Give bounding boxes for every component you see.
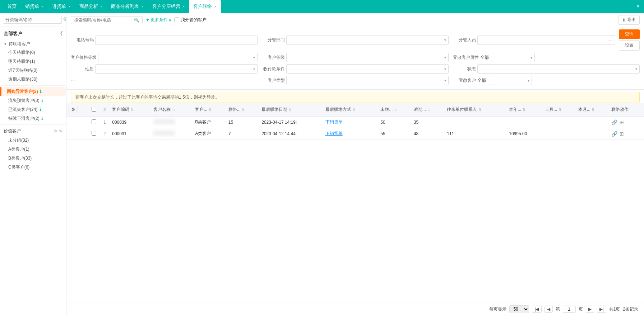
sidebar-collapse-icon[interactable]: 《 [58,30,62,37]
nav-tab-product-list[interactable]: 商品分析列表 × [107,0,148,13]
dept-select[interactable]: ▾ [286,36,449,45]
col-last-date[interactable]: 最后联络日期 ⇅ [259,103,323,117]
sidebar-item-c-class[interactable]: C类客户(6) [0,163,66,172]
nav-tab-customer-contact-close[interactable]: × [214,4,216,9]
total-records-label: 2条记录 [623,306,638,312]
col-overdue[interactable]: 逾期... ⇅ [412,103,445,117]
row1-checkbox[interactable] [88,117,99,128]
row1-grid-icon[interactable]: ⊞ [620,119,624,125]
price-level-select[interactable]: ▾ [98,53,258,62]
select-all-checkbox[interactable] [92,107,96,112]
chevron-down-icon: ∨ [168,18,172,23]
nav-tab-customer-tier-close[interactable]: × [182,4,185,9]
close-all-tabs[interactable]: × [636,3,640,10]
sidebar-item-today[interactable]: 今天待联络(0) [0,48,66,57]
more-conditions-btn[interactable]: ▼ 更多条件 ∨ [145,17,172,23]
row1-last-month [543,117,576,128]
nav-tab-purchase[interactable]: 进货单 × [48,0,75,13]
status-select[interactable]: ▾ [477,64,640,74]
cust-type-select[interactable]: ▾ [286,76,449,85]
first-page-btn[interactable]: |◀ [532,306,541,313]
row2-check[interactable] [92,131,96,136]
nav-tab-sales[interactable]: 销货单 × [21,0,48,13]
page-input[interactable] [563,306,576,313]
sidebar-item-churn-warning[interactable]: 流失预警客户(3) ℹ [0,96,66,105]
page-label: 第 [556,306,560,312]
nav-tab-home[interactable]: 首页 [3,0,21,13]
cust-level-select[interactable]: ▾ [286,53,449,62]
row1-code[interactable]: 000039 [110,117,151,128]
sidebar-item-overdue[interactable]: 逾期未联络(30) [0,75,66,84]
sidebar-item-a-class[interactable]: A类客户(1) [0,145,66,154]
prev-page-btn[interactable]: ◀ [545,306,553,313]
gear-button[interactable]: ⚙ [69,106,78,113]
sidebar-item-repurchase-abnormal[interactable]: 回购异常客户(2) ℹ [0,87,66,96]
sidebar-item-declining[interactable]: 持续下滑客户(2) ℹ [0,114,66,123]
manager-select[interactable]: ··· [477,36,615,45]
row2-method-link[interactable]: 下销货单 [325,131,343,136]
row1-contact-count: 15 [226,117,259,128]
row1-method-link[interactable]: 下销货单 [325,119,343,124]
main-search-input[interactable] [74,18,133,23]
col-last-method[interactable]: 最后联络方式 ⇅ [323,103,379,117]
sort-tmonth-icon: ⇅ [592,108,594,112]
sidebar-search-icon[interactable]: 🔍 [63,17,66,22]
row2-action-icons: 🔗 ⊞ [611,131,642,137]
sidebar-item-b-class[interactable]: B类客户(33) [0,154,66,163]
col-name[interactable]: 客户名称 ⇅ [151,103,193,117]
sidebar-item-tomorrow[interactable]: 明天待联络(1) [0,57,66,66]
sidebar-divider-2 [0,124,66,125]
col-cust-type[interactable]: 客户... ⇅ [193,103,226,117]
nav-tab-customer-tier[interactable]: 客户分层经营 × [148,0,189,13]
sidebar-value-group-header[interactable]: 价值客户 ↻ ✎ [0,126,66,136]
main-search-icon[interactable]: 🔍 [134,18,139,23]
row1-check[interactable] [92,119,96,124]
col-this-year[interactable]: 本年... ⇅ [507,103,543,117]
sidebar-search-input[interactable] [3,16,62,24]
query-button[interactable]: 查询 [619,29,640,39]
col-contact-count[interactable]: 联络... ⇅ [226,103,259,117]
nav-tab-product-analysis-close[interactable]: × [100,4,102,9]
sidebar-item-7days[interactable]: 近7天待联络(0) [0,66,66,75]
row1-link-icon[interactable]: 🔗 [611,119,617,125]
row2-grid-icon[interactable]: ⊞ [620,131,624,137]
col-contact-person[interactable]: 往来单位联系人 ⇅ [445,103,507,117]
sidebar-group-pending[interactable]: ▼ 待联络客户 [0,39,66,48]
nav-tab-product-analysis[interactable]: 商品分析 × [75,0,107,13]
nature-select[interactable]: ▾ [95,64,258,74]
sort-date-icon: ⇅ [289,108,292,112]
sidebar-item-ungroup[interactable]: 未分组(32) [0,136,66,145]
payment-select[interactable]: ▾ [286,64,449,74]
last-page-btn[interactable]: ▶| [597,306,606,313]
row2-link-icon[interactable]: 🔗 [611,131,617,137]
page-size-select[interactable]: 50 100 200 [509,305,529,313]
nav-tab-product-list-close[interactable]: × [141,4,143,9]
phone-input[interactable] [95,36,258,45]
my-customer-checkbox[interactable]: 我分管的客户 [175,17,207,23]
settings-button[interactable]: 设置 [619,40,640,51]
row1-last-method[interactable]: 下销货单 [323,117,379,128]
export-button[interactable]: ⬆ 导出 [618,15,640,25]
nav-tab-sales-close[interactable]: × [41,4,43,9]
sidebar-item-churned[interactable]: 已流失客户(24) ℹ [0,105,66,114]
row2-last-method[interactable]: 下销货单 [323,128,379,140]
scatter-cust-select[interactable]: ▾ [489,76,532,85]
col-num: # [99,103,110,117]
row2-checkbox[interactable] [88,128,99,140]
sidebar-refresh-icon[interactable]: ↻ [54,129,57,134]
row2-code[interactable]: 000031 [110,128,151,140]
col-gear[interactable]: ⚙ [66,103,88,117]
my-customer-check[interactable] [175,18,179,22]
scatter-attr-select[interactable]: ▾ [492,53,535,62]
sidebar-all-customers[interactable]: 全部客户 《 [0,28,66,39]
col-uncontacted[interactable]: 未联... ⇅ [378,103,411,117]
col-code[interactable]: 客户编码 ⇅ [110,103,151,117]
dept-arrow-icon: ▾ [444,38,446,42]
nav-tab-customer-contact[interactable]: 客户联络 × [189,0,221,13]
next-page-btn[interactable]: ▶ [586,306,594,313]
nav-tab-purchase-close[interactable]: × [68,4,70,9]
sidebar-edit-icon[interactable]: ✎ [59,129,62,134]
col-last-month[interactable]: 上月... ⇅ [543,103,576,117]
col-this-month[interactable]: 本月... ⇅ [576,103,609,117]
data-table: ⚙ # 客户编码 ⇅ 客户名称 ⇅ [66,103,644,140]
